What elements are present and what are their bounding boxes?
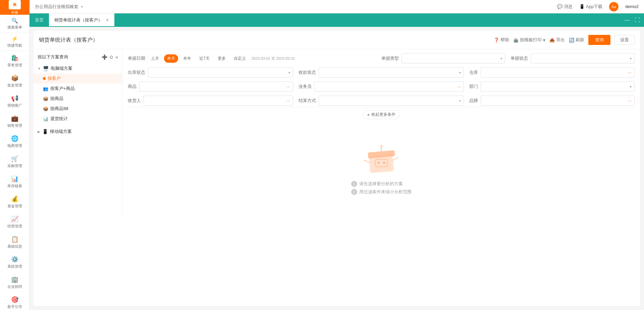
recipient-input[interactable]: ··· (144, 96, 293, 106)
basic-info-label: 基础信息 (7, 244, 22, 249)
basic-info-icon: 📋 (11, 236, 18, 243)
system-label: 系统管理 (7, 264, 22, 269)
doc-type-input[interactable]: ▾ (401, 53, 505, 63)
export-button[interactable]: 📤 导出 (549, 37, 565, 43)
by-customer-label: 按客户 (48, 75, 61, 82)
header-left: 办公用品行业模拟账套 ▾ (35, 4, 83, 10)
filter-brand: 品牌 ··· (469, 96, 635, 106)
payment-method-input[interactable]: ▾ (319, 96, 464, 106)
salesperson-input[interactable]: ··· (314, 82, 464, 92)
tree-item-by-customer[interactable]: 按客户 (34, 73, 122, 84)
tab-expand-button[interactable]: ⛶ (633, 16, 641, 24)
empty-illustration (361, 142, 401, 175)
receipt-status-arrow: ▾ (459, 71, 461, 74)
message-label: 消息 (564, 4, 573, 10)
by-product-label: 按商品 (50, 96, 63, 102)
retail-label: 零售管理 (7, 63, 22, 68)
message-icon: 💬 (557, 4, 562, 9)
tab-sales-stats[interactable]: 销货单统计表（按客户） ✕ (49, 13, 114, 27)
date-btn-this-month[interactable]: 本月 (164, 54, 178, 63)
retail-icon: 🛍️ (11, 54, 18, 62)
department-input[interactable]: ▾ (481, 82, 635, 92)
collapse-bar: ∧ 收起更多条件 (128, 107, 635, 122)
filter-row-4: 收货人 ··· 结算方式 ▾ (128, 96, 635, 106)
sidebar-item-ecommerce[interactable]: 🌐 电商管理 (0, 132, 30, 152)
message-button[interactable]: 💬 消息 (557, 4, 573, 10)
logo-icon: 畅 (9, 0, 21, 9)
tree-item-return-stats[interactable]: 📊 退货统计 (34, 114, 122, 124)
tree-item-by-customer-product[interactable]: 👥 按客户+商品 (34, 84, 122, 94)
brand-dots: ··· (628, 98, 632, 103)
top-header: 办公用品行业模拟账套 ▾ 💬 消息 📱 App下载 Ea demo2 (30, 0, 644, 13)
tab-minimize-button[interactable]: — (623, 16, 631, 24)
sidebar-item-purchase[interactable]: 🛒 采购管理 (0, 152, 30, 172)
filter-doc-type: 单据类型 ▾ (381, 53, 505, 63)
collapse-panel-button[interactable]: « (115, 54, 118, 60)
product-label: 商品 (128, 84, 137, 90)
refresh-button[interactable]: 🔄 刷新 (569, 37, 584, 43)
doc-status-arrow: ▾ (630, 57, 632, 60)
salesperson-dots: ··· (457, 84, 461, 89)
collapse-button[interactable]: ∧ 收起更多条件 (363, 110, 400, 119)
department-arrow: ▾ (630, 85, 632, 89)
sidebar-item-inventory[interactable]: 📊 库存核算 (0, 172, 30, 192)
sidebar-item-sales[interactable]: 💼 销售管理 (0, 111, 30, 132)
svg-point-6 (380, 145, 383, 148)
out-status-arrow: ▾ (288, 71, 290, 74)
sidebar-item-operations[interactable]: 📈 经营管理 (0, 212, 30, 232)
add-scheme-button[interactable]: ➕ (102, 54, 107, 60)
mobile-group-title[interactable]: ▶ 📱 移动端方案 (34, 126, 122, 137)
sales-label: 销售管理 (7, 123, 22, 128)
svg-point-3 (378, 162, 380, 164)
tab-home[interactable]: 首页 (30, 13, 49, 27)
out-status-input[interactable]: ▾ (148, 67, 293, 78)
sidebar-item-retail[interactable]: 🛍️ 零售管理 (0, 51, 30, 71)
product-input[interactable]: ··· (139, 82, 293, 92)
date-range-text: 2023-03-01 至 2023-03-31 (252, 56, 295, 61)
tree-item-by-product99[interactable]: 📦 按商品99 (34, 104, 122, 114)
tab-close-button[interactable]: ✕ (106, 18, 109, 22)
sidebar-item-marketing[interactable]: 📢 营销推广 (0, 91, 30, 111)
receipt-status-input[interactable]: ▾ (319, 67, 464, 78)
empty-hint-2: 2 用过滤条件来缩小分析范围 (351, 189, 412, 195)
date-btn-this-year[interactable]: 本年 (180, 54, 194, 63)
date-btn-last7[interactable]: 近7天 (196, 54, 213, 63)
sidebar-item-basic-info[interactable]: 📋 基础信息 (0, 232, 30, 252)
date-btn-more[interactable]: 更多 (215, 54, 229, 63)
user-name[interactable]: demo2 (625, 4, 639, 9)
date-btn-last-month[interactable]: 上月 (148, 54, 162, 63)
sidebar-item-newbie[interactable]: 🎯 新手引导 (0, 293, 30, 310)
settings-button[interactable]: 设置 (614, 35, 635, 45)
shortcut-icon: ⚡ (11, 36, 18, 42)
tab-bar: 首页 销货单统计表（按客户） ✕ — ⛶ (30, 13, 644, 27)
product-icon: 📦 (43, 96, 48, 101)
query-button[interactable]: 查询 (588, 35, 610, 45)
edit-scheme-button[interactable]: ⊙ (109, 54, 113, 60)
sidebar-item-finance[interactable]: 💰 资金管理 (0, 192, 30, 212)
sidebar-item-system[interactable]: ⚙️ 系统管理 (0, 252, 30, 272)
date-label: 单据日期 (128, 55, 145, 61)
template-print-button[interactable]: 🖨️ 按模板打印 ▾ (513, 37, 545, 43)
content-body: 按以下方案查询 ➕ ⊙ « ▼ 🖥️ 电脑端方案 (34, 49, 640, 219)
desktop-group-title[interactable]: ▼ 🖥️ 电脑端方案 (34, 63, 122, 73)
app-download-button[interactable]: 📱 App下载 (579, 4, 602, 10)
filter-receipt-status: 收款状态 ▾ (299, 67, 464, 78)
brand-input[interactable]: ··· (481, 96, 635, 106)
sidebar-item-wholesale[interactable]: 📦 批发管理 (0, 71, 30, 91)
wholesale-icon: 📦 (11, 74, 18, 82)
avatar-initials: Ea (612, 5, 616, 9)
filter-row-2: 出库状态 ▾ 收款状态 ▾ (128, 67, 635, 78)
search-menu-button[interactable]: 🔍 搜索菜单 (0, 15, 30, 33)
warehouse-input[interactable]: ··· (481, 67, 635, 78)
industry-dropdown-arrow[interactable]: ▾ (81, 5, 83, 8)
app-download-label: App下载 (586, 4, 602, 10)
date-btn-custom[interactable]: 自定义 (231, 54, 249, 63)
home-tab-label: 首页 (35, 17, 44, 23)
recipient-label: 收货人 (128, 98, 141, 104)
help-button[interactable]: ❓ 帮助 (494, 37, 509, 43)
by-product99-label: 按商品99 (50, 106, 68, 112)
tree-item-by-product[interactable]: 📦 按商品 (34, 94, 122, 104)
sidebar-item-enterprise[interactable]: 🏢 企业协同 (0, 272, 30, 293)
shortcut-nav-button[interactable]: ⚡ 快捷导航 (0, 33, 30, 51)
doc-status-input[interactable]: ▾ (531, 53, 635, 63)
